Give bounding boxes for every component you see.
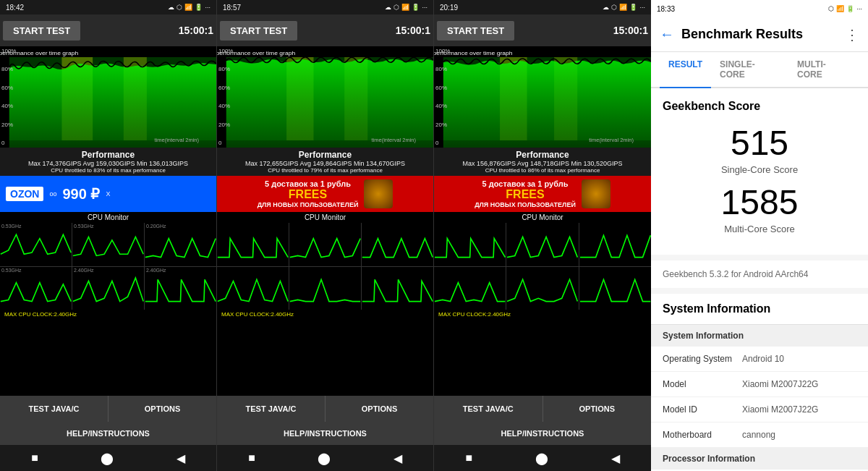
svg-text:time(interval 2min): time(interval 2min) xyxy=(589,137,634,143)
cpu-cell-3-3 xyxy=(579,223,651,266)
perf-title-3: Performance xyxy=(438,150,647,160)
top-bar-2: START TEST 15:00:1 xyxy=(217,14,433,46)
bm-header: ← Benchmark Results ⋮ xyxy=(651,17,868,52)
perf-title-1: Performance xyxy=(4,150,212,160)
cpu-cell-1-5: 2.40GHz xyxy=(72,267,144,310)
status-icons-3: ☁ ⬡ 📶 🔋 ··· xyxy=(603,4,645,11)
cpu-grid-2 xyxy=(217,223,433,310)
perf-stats-3: Max 156,876GIPS Avg 148,718GIPS Min 130,… xyxy=(438,160,647,167)
perf-graph-1: 100% 80% 60% 40% 20% 0 xyxy=(0,46,216,148)
sys-info-section: System Information System Information Op… xyxy=(651,294,868,471)
back-icon-1[interactable]: ◀ xyxy=(176,451,185,465)
model-row: Model Xiaomi M2007J22G xyxy=(651,372,868,397)
help-button-2[interactable]: HELP/INSTRUCTIONS xyxy=(217,422,433,445)
perf-graph-3: 100% 80% 60% 40% 20% 0 time(interval 2mi… xyxy=(434,46,651,148)
os-row: Operating System Android 10 xyxy=(651,347,868,372)
nav-bar-3: ■ ⬤ ◀ xyxy=(434,445,651,471)
tab-multi-core[interactable]: MULTI-CORE xyxy=(788,52,859,88)
perf-info-1: Performance Max 174,376GIPS Avg 159,030G… xyxy=(0,148,216,176)
test-java-button-2[interactable]: TEST JAVA/C xyxy=(217,396,326,422)
benchmark-panel: 18:33 ⬡ 📶 🔋 ··· ← Benchmark Results ⋮ RE… xyxy=(651,0,868,471)
motherboard-key: Motherboard xyxy=(663,430,742,440)
options-button-3[interactable]: OPTIONS xyxy=(543,396,652,422)
ad-banner-2: 5 доставок за 1 рубль FREES ДЛЯ НОВЫХ ПО… xyxy=(217,176,433,212)
cpu-cell-2-6 xyxy=(362,267,433,310)
bottom-buttons-2: TEST JAVA/C OPTIONS xyxy=(217,396,433,422)
cpu-cell-1-1: 0.53GHz xyxy=(0,223,72,266)
cpu-cell-3-4 xyxy=(434,267,506,310)
home-icon-1[interactable]: ⬤ xyxy=(101,451,114,465)
bottom-buttons-1: TEST JAVA/C OPTIONS xyxy=(0,396,216,422)
stop-icon-1[interactable]: ■ xyxy=(31,451,38,464)
phone-panel-2: 18:57 ☁ ⬡ 📶 🔋 ··· START TEST 15:00:1 100… xyxy=(217,0,434,471)
time-2: 18:57 xyxy=(223,4,241,12)
os-key: Operating System xyxy=(663,354,742,364)
model-value: Xiaomi M2007J22G xyxy=(742,379,818,389)
timer-2: 15:00:1 xyxy=(396,25,430,36)
phones-container: 18:42 ☁ ⬡ 📶 🔋 ··· START TEST 15:00:1 100… xyxy=(0,0,651,471)
phone-panel-3: 20:19 ☁ ⬡ 📶 🔋 ··· START TEST 15:00:1 100… xyxy=(434,0,651,471)
status-icons-1: ☁ ⬡ 📶 🔋 ··· xyxy=(168,4,210,11)
back-icon-3[interactable]: ◀ xyxy=(611,451,620,465)
multi-core-score: 1585 xyxy=(663,184,856,222)
model-id-value: Xiaomi M2007J22G xyxy=(742,404,818,415)
time-3: 20:19 xyxy=(440,4,458,12)
ad-kfc-3: 5 доставок за 1 рубль FREES ДЛЯ НОВЫХ ПО… xyxy=(434,176,651,212)
start-test-button-3[interactable]: START TEST xyxy=(437,21,514,41)
ad-ozon-1: OZON оо 990 ₽ X xyxy=(0,176,216,212)
back-button[interactable]: ← xyxy=(660,26,674,43)
score-section: Geekbench Score 515 Single-Core Score 15… xyxy=(651,88,868,255)
ad-banner-3: 5 доставок за 1 рубль FREES ДЛЯ НОВЫХ ПО… xyxy=(434,176,651,212)
home-icon-2[interactable]: ⬤ xyxy=(318,451,331,465)
single-core-score: 515 xyxy=(663,124,856,163)
motherboard-value: cannong xyxy=(742,430,775,440)
cpu-cell-2-4 xyxy=(217,267,289,310)
ad-banner-1: OZON оо 990 ₽ X xyxy=(0,176,216,212)
home-icon-3[interactable]: ⬤ xyxy=(535,451,548,465)
cpu-cell-1-3: 0.20GHz xyxy=(145,223,216,266)
start-test-button-2[interactable]: START TEST xyxy=(220,21,297,41)
options-button-1[interactable]: OPTIONS xyxy=(109,396,216,422)
perf-info-2: Performance Max 172,655GIPS Avg 149,864G… xyxy=(217,148,433,176)
test-java-button-1[interactable]: TEST JAVA/C xyxy=(0,396,109,422)
cpu-cell-2-2 xyxy=(289,223,361,266)
help-button-1[interactable]: HELP/INSTRUCTIONS xyxy=(0,422,216,445)
test-java-button-3[interactable]: TEST JAVA/C xyxy=(434,396,543,422)
cpu-cell-1-6: 2.40GHz xyxy=(145,267,216,310)
perf-stats-1: Max 174,376GIPS Avg 159,030GIPS Min 136,… xyxy=(4,160,212,167)
status-bar-2: 18:57 ☁ ⬡ 📶 🔋 ··· xyxy=(217,0,433,14)
system-info-category: System Information xyxy=(651,325,868,347)
stop-icon-2[interactable]: ■ xyxy=(248,451,255,464)
perf-graph-2: 100% 80% 60% 40% 20% 0 time(interval 2mi… xyxy=(217,46,433,148)
options-button-2[interactable]: OPTIONS xyxy=(326,396,433,422)
perf-info-3: Performance Max 156,876GIPS Avg 148,718G… xyxy=(434,148,651,176)
geekbench-version: Geekbench 5.3.2 for Android AArch64 xyxy=(651,260,868,288)
more-button[interactable]: ⋮ xyxy=(845,26,859,43)
cpu-monitor-label-1: CPU Monitor xyxy=(0,212,216,223)
bm-status-bar: 18:33 ⬡ 📶 🔋 ··· xyxy=(651,0,868,17)
timer-3: 15:00:1 xyxy=(613,25,648,36)
help-button-3[interactable]: HELP/INSTRUCTIONS xyxy=(434,422,651,445)
single-core-label: Single-Core Score xyxy=(663,164,856,175)
single-core-block: 515 Single-Core Score xyxy=(663,124,856,175)
kfc-logo-3 xyxy=(582,179,610,208)
tab-result[interactable]: RESULT xyxy=(660,52,711,88)
stop-icon-3[interactable]: ■ xyxy=(465,451,472,464)
cpu-monitor-3: CPU Monitor xyxy=(434,212,651,396)
back-icon-2[interactable]: ◀ xyxy=(393,451,402,465)
processor-info-category: Processor Information xyxy=(651,448,868,470)
nav-bar-2: ■ ⬤ ◀ xyxy=(217,445,433,471)
cpu-monitor-label-2: CPU Monitor xyxy=(217,212,433,223)
geekbench-score-title: Geekbench Score xyxy=(663,100,856,113)
tab-single-core[interactable]: SINGLE-CORE xyxy=(711,52,788,88)
perf-title-2: Performance xyxy=(221,150,429,160)
start-test-button-1[interactable]: START TEST xyxy=(3,21,80,41)
cpu-cell-3-5 xyxy=(506,267,578,310)
svg-text:time(interval 2min): time(interval 2min) xyxy=(372,137,416,143)
status-icons-2: ☁ ⬡ 📶 🔋 ··· xyxy=(385,4,427,11)
cpu-cell-2-3 xyxy=(362,223,433,266)
timer-1: 15:00:1 xyxy=(179,25,213,36)
cpu-grid-3 xyxy=(434,223,651,310)
model-id-row: Model ID Xiaomi M2007J22G xyxy=(651,397,868,423)
perf-stats-2: Max 172,655GIPS Avg 149,864GIPS Min 134,… xyxy=(221,160,429,167)
